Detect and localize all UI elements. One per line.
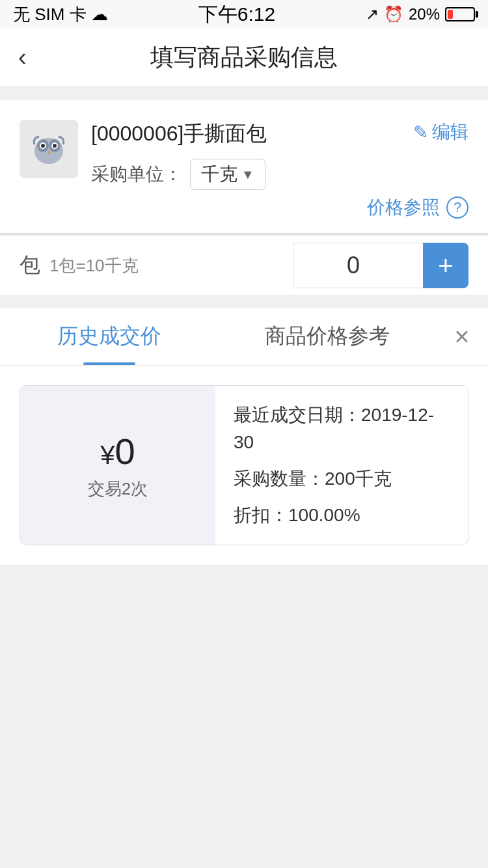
tabs-row: 历史成交价 商品价格参考 × — [0, 308, 488, 365]
discount-label: 折扣： — [234, 505, 288, 525]
tabs-section: 历史成交价 商品价格参考 × — [0, 308, 488, 366]
purchase-unit-row: 采购单位： 千克 ▼ — [91, 159, 267, 190]
svg-point-6 — [53, 144, 57, 148]
product-thumbnail — [26, 126, 72, 172]
unit-dropdown[interactable]: 千克 ▼ — [190, 159, 265, 190]
quantity-plus-button[interactable]: + — [423, 243, 468, 288]
currency-symbol: ¥ — [100, 441, 115, 469]
product-section: [0000006]手撕面包 采购单位： 千克 ▼ ✎ 编辑 价格参照 ? — [0, 100, 488, 233]
quantity-value: 200千克 — [325, 468, 392, 489]
package-conversion: 1包=10千克 — [49, 254, 139, 277]
package-label: 包 — [20, 251, 40, 280]
price-card-section: ¥0 交易2次 最近成交日期：2019-12-30 采购数量：200千克 折扣：… — [0, 366, 488, 565]
status-left: 无 SIM 卡 ☁ — [13, 3, 108, 26]
product-name: [0000006]手撕面包 — [91, 120, 267, 148]
quantity-section: 包 1包=10千克 + — [0, 236, 488, 295]
tab-active-indicator — [83, 362, 135, 365]
nav-bar: ‹ 填写商品采购信息 — [0, 29, 488, 87]
quantity-input-group: + — [293, 243, 468, 288]
quantity-row: 采购数量：200千克 — [234, 465, 450, 493]
svg-point-5 — [41, 144, 45, 148]
price-value: 0 — [115, 431, 135, 472]
product-image — [20, 120, 78, 178]
tab-history-price-label: 历史成交价 — [57, 322, 161, 351]
help-icon[interactable]: ? — [446, 197, 468, 219]
tab-product-price-ref-label: 商品价格参考 — [265, 322, 390, 351]
price-card-left: ¥0 交易2次 — [20, 386, 215, 545]
purchase-unit-label: 采购单位： — [91, 162, 182, 187]
product-left: [0000006]手撕面包 采购单位： 千克 ▼ — [20, 120, 267, 190]
edit-label: 编辑 — [432, 120, 468, 144]
recent-date-row: 最近成交日期：2019-12-30 — [234, 401, 450, 456]
tab-history-price[interactable]: 历史成交价 — [0, 308, 218, 365]
trade-count: 交易2次 — [88, 478, 148, 500]
edit-pencil-icon: ✎ — [413, 122, 428, 143]
price-ref-row: 价格参照 ? — [20, 195, 468, 220]
sim-status: 无 SIM 卡 ☁ — [13, 3, 108, 26]
tab-product-price-ref[interactable]: 商品价格参考 — [218, 308, 436, 365]
status-bar: 无 SIM 卡 ☁ 下午6:12 ↗ ⏰ 20% — [0, 0, 488, 29]
discount-row: 折扣：100.00% — [234, 502, 450, 529]
product-header: [0000006]手撕面包 采购单位： 千克 ▼ ✎ 编辑 — [20, 120, 468, 190]
price-card-right: 最近成交日期：2019-12-30 采购数量：200千克 折扣：100.00% — [215, 386, 468, 545]
page-rest — [0, 565, 488, 868]
unit-value: 千克 — [201, 162, 237, 187]
tab-close-button[interactable]: × — [436, 322, 488, 351]
price-ref-button[interactable]: 价格参照 — [367, 195, 440, 220]
dropdown-arrow-icon: ▼ — [241, 167, 254, 182]
alarm-icon: ⏰ — [384, 5, 403, 23]
quantity-input[interactable] — [293, 243, 423, 288]
quantity-label-group: 包 1包=10千克 — [20, 251, 139, 280]
price-amount: ¥0 — [100, 430, 135, 472]
status-time: 下午6:12 — [198, 1, 275, 28]
edit-button[interactable]: ✎ 编辑 — [413, 120, 468, 144]
back-button[interactable]: ‹ — [18, 44, 27, 72]
product-info: [0000006]手撕面包 采购单位： 千克 ▼ — [91, 120, 267, 190]
location-icon: ↗ — [366, 5, 379, 23]
status-right: ↗ ⏰ 20% — [366, 5, 475, 23]
battery-percent: 20% — [409, 5, 440, 23]
discount-value: 100.00% — [288, 505, 360, 525]
price-card: ¥0 交易2次 最近成交日期：2019-12-30 采购数量：200千克 折扣：… — [20, 385, 468, 545]
recent-date-label: 最近成交日期： — [234, 405, 361, 425]
divider — [0, 233, 488, 235]
page-title: 填写商品采购信息 — [150, 42, 338, 74]
battery-icon — [445, 7, 475, 21]
quantity-label: 采购数量： — [234, 468, 325, 489]
